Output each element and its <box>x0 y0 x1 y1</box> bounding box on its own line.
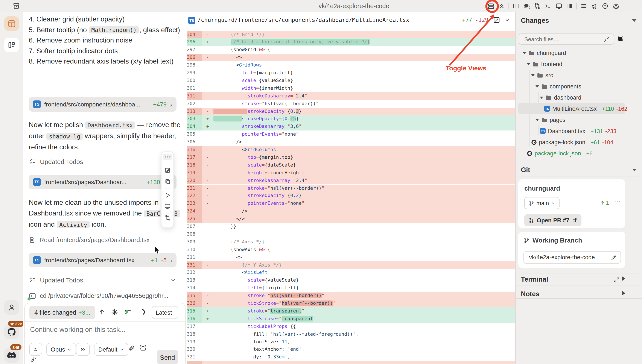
run-button[interactable] <box>163 191 172 200</box>
section-collapse-icon[interactable] <box>632 19 636 22</box>
section-expand-caret[interactable] <box>622 291 625 295</box>
changes-section-title: Changes <box>521 17 549 24</box>
chevron-down-icon[interactable] <box>505 18 510 23</box>
chat-bubble-icon[interactable] <box>523 2 530 10</box>
edit-pencil-icon[interactable] <box>611 254 617 260</box>
typescript-icon: TS <box>33 178 41 186</box>
panel-right-icon[interactable] <box>565 2 573 10</box>
copy-button[interactable] <box>163 177 172 186</box>
tree-folder-churnguard[interactable]: churnguard <box>523 48 566 58</box>
tree-file-package-lock.json[interactable]: package-lock.json+6 <box>527 148 593 158</box>
menu-icon[interactable] <box>580 2 587 10</box>
divider <box>516 163 642 163</box>
diff-line: 301 width={innerWidth} <box>187 84 515 92</box>
composer-input[interactable] <box>29 325 177 334</box>
account-button[interactable] <box>4 300 19 315</box>
chat-panel[interactable]: 4. Cleaner grid (subtler opacity)5. Bett… <box>23 12 187 364</box>
working-branch-title: Working Branch <box>532 236 582 244</box>
todo-list-icon[interactable] <box>124 308 132 316</box>
model-select[interactable]: Opus <box>46 343 76 356</box>
file-diff-chip[interactable]: TSfrontend/src/pages/Dashboar...+130-22 <box>29 175 177 189</box>
diff-line: 321 dy: '0.33em', <box>187 354 515 361</box>
spray-icon[interactable] <box>30 356 37 363</box>
toggle-views-icon[interactable] <box>487 2 495 10</box>
collapse-tree-icon[interactable] <box>603 36 610 42</box>
chip-file-path: frontend/src/pages/Dashboard.tsx <box>44 257 148 264</box>
terminal-icon[interactable] <box>544 2 552 10</box>
todos-label: Updated Todos <box>40 158 83 165</box>
board-view-button[interactable] <box>4 38 19 52</box>
search-input[interactable] <box>523 36 602 43</box>
fast-forward-button[interactable] <box>76 343 90 356</box>
file-search-box[interactable] <box>519 34 614 45</box>
settings-icon[interactable] <box>612 2 620 10</box>
chevron-down-icon[interactable] <box>170 277 177 283</box>
tree-label: frontend <box>541 61 562 67</box>
caret-down-icon[interactable] <box>535 119 539 121</box>
caret-down-icon[interactable] <box>540 96 543 98</box>
tree-folder-src[interactable]: src <box>531 70 553 80</box>
status-dot <box>28 297 31 300</box>
version-select[interactable]: Latest <box>152 306 178 319</box>
diff-view-toggle-icon[interactable] <box>493 16 500 24</box>
burst-icon[interactable] <box>111 308 119 316</box>
attachment-icon[interactable] <box>128 345 135 352</box>
caret-down-icon[interactable] <box>535 85 539 87</box>
cat-icon[interactable] <box>617 35 624 42</box>
monitor-button[interactable] <box>163 202 172 211</box>
git-compare-button[interactable] <box>163 213 172 222</box>
scroll-up-icon[interactable] <box>98 308 106 316</box>
tree-folder-frontend[interactable]: frontend <box>527 59 562 69</box>
discord-button[interactable]: 346 <box>4 348 19 363</box>
branch-select[interactable]: main <box>524 197 560 209</box>
tree-file-Dashboard.tsx[interactable]: TSDashboard.tsx+131-233 <box>540 126 616 136</box>
todos-row[interactable]: Updated Todos <box>29 158 83 165</box>
working-branch-field[interactable] <box>523 251 621 264</box>
chevron-right-icon: › <box>170 256 172 264</box>
tree-file-MultiLineArea.tsx[interactable]: TSMultiLineArea.tsx+110-162 <box>544 104 627 114</box>
tree-folder-pages[interactable]: pages <box>535 114 565 125</box>
caret-down-icon[interactable] <box>531 74 535 76</box>
files-changed-chip[interactable]: 4 files changed +3... <box>29 306 95 319</box>
working-branch-input[interactable] <box>528 254 611 261</box>
help-icon[interactable]: ? <box>601 2 609 10</box>
layout-view-button[interactable] <box>4 16 19 31</box>
caret-down-icon[interactable] <box>527 63 530 65</box>
diff-line: 323- pointerEvents="none" <box>187 200 515 208</box>
monitor-icon[interactable] <box>555 2 562 10</box>
git-compare-icon[interactable] <box>533 2 541 10</box>
diff-line: 313- strokeOpacity={0.3} <box>187 108 515 115</box>
tree-label: package-lock.json <box>535 150 581 156</box>
open-pr-button[interactable]: Open PR #7 <box>524 214 581 226</box>
tree-file-package-lock.json[interactable]: package-lock.json+61-104 <box>531 137 613 147</box>
tree-folder-components[interactable]: components <box>535 81 581 92</box>
section-expand-caret[interactable] <box>622 276 625 281</box>
more-options-button[interactable] <box>163 154 172 160</box>
todos-row-collapsed[interactable]: Updated Todos <box>29 276 177 284</box>
typescript-icon: TS <box>540 128 546 134</box>
send-button[interactable]: Send <box>157 350 178 364</box>
terminal-command-row[interactable]: cd /private/var/folders/10/h7w0q46556ggr… <box>29 292 168 299</box>
cat-icon[interactable] <box>139 344 147 352</box>
expand-icon[interactable] <box>614 277 620 283</box>
caret-down-icon[interactable] <box>523 52 526 54</box>
read-file-row[interactable]: Read frontend/src/pages/Dashboard.tsx <box>29 236 150 244</box>
tree-folder-dashboard[interactable]: dashboard <box>540 92 581 102</box>
collapse-all-icon[interactable] <box>498 2 505 10</box>
chip-added-stat: +479 <box>153 101 167 108</box>
assistant-list-item: 7. Softer tooltip indicator dots <box>29 46 182 56</box>
github-button[interactable]: ★ 22k <box>4 324 19 339</box>
checklist-icon <box>29 276 36 284</box>
announcements-icon[interactable] <box>590 2 598 10</box>
mode-select[interactable]: Default <box>94 343 129 356</box>
section-collapse-icon[interactable] <box>632 169 636 171</box>
settings-sliders-button[interactable] <box>29 343 42 356</box>
panel-left-icon[interactable] <box>512 2 520 10</box>
edit-message-button[interactable] <box>163 166 172 174</box>
tree-guide-line <box>538 124 538 135</box>
more-options-icon[interactable]: ⋯ <box>614 197 621 205</box>
file-diff-chip[interactable]: TSfrontend/src/components/dashboa...+479… <box>29 97 177 112</box>
archive-box-icon[interactable] <box>13 2 20 10</box>
file-diff-chip[interactable]: TSfrontend/src/pages/Dashboard.tsx+1-5› <box>29 253 177 268</box>
diff-line: 309 {/* Axes */} <box>187 238 515 246</box>
